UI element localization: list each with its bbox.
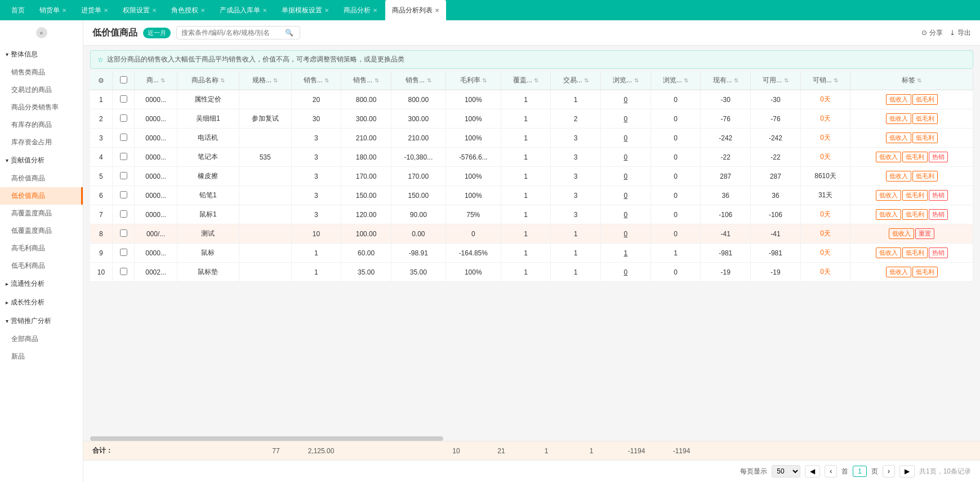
table-row[interactable]: 2 0000... 吴细细1 参加复试 30 300.00 300.00 100… bbox=[90, 109, 973, 129]
next-page-btn[interactable]: › bbox=[883, 465, 895, 477]
sidebar-item-sales-products[interactable]: 销售类商品 bbox=[0, 64, 83, 81]
row-checkbox[interactable] bbox=[120, 249, 127, 256]
col-browse2[interactable]: 浏览... ⇅ bbox=[651, 71, 701, 90]
nav-roles[interactable]: 角色授权 ✕ bbox=[164, 0, 212, 20]
browse-link[interactable]: 0 bbox=[624, 230, 628, 238]
browse-link[interactable]: 0 bbox=[624, 268, 628, 276]
sidebar-item-in-stock[interactable]: 有库存的商品 bbox=[0, 116, 83, 134]
row-browse1[interactable]: 0 bbox=[601, 224, 651, 244]
sidebar-group-marketing[interactable]: ▾ 营销推广分析 bbox=[0, 312, 83, 330]
sidebar-item-low-value[interactable]: 低价值商品 bbox=[0, 187, 83, 205]
horizontal-scrollbar[interactable] bbox=[90, 436, 973, 441]
col-spec[interactable]: 规格... ⇅ bbox=[239, 71, 291, 90]
sidebar-group-growth[interactable]: ▸ 成长性分析 bbox=[0, 293, 83, 312]
row-check[interactable] bbox=[112, 224, 135, 244]
browse-link[interactable]: 0 bbox=[624, 134, 628, 142]
select-all-checkbox[interactable] bbox=[120, 76, 127, 83]
table-row[interactable]: 9 0000... 鼠标 1 60.00 -98.91 -164.85% 1 1… bbox=[90, 244, 973, 263]
row-browse1[interactable]: 0 bbox=[601, 129, 651, 148]
nav-permissions-close[interactable]: ✕ bbox=[152, 7, 157, 14]
per-page-select[interactable]: 50 100 200 bbox=[772, 465, 800, 477]
table-row[interactable]: 10 0002... 鼠标垫 1 35.00 35.00 100% 1 1 0 … bbox=[90, 263, 973, 282]
nav-home[interactable]: 首页 bbox=[5, 0, 32, 20]
row-browse1[interactable]: 0 bbox=[601, 167, 651, 186]
table-row[interactable]: 6 0000... 铅笔1 3 150.00 150.00 100% 1 3 0… bbox=[90, 186, 973, 205]
scrollbar-thumb[interactable] bbox=[90, 436, 443, 441]
row-browse1[interactable]: 0 bbox=[601, 205, 651, 224]
browse-link[interactable]: 0 bbox=[624, 211, 628, 219]
first-page-btn[interactable]: ◀ bbox=[805, 465, 820, 477]
col-amount2[interactable]: 销售... ⇅ bbox=[391, 71, 446, 90]
sidebar-item-low-coverage[interactable]: 低覆盖度商品 bbox=[0, 222, 83, 240]
search-input[interactable] bbox=[181, 29, 283, 37]
row-check[interactable] bbox=[112, 148, 135, 167]
nav-purchase-close[interactable]: ✕ bbox=[104, 7, 108, 14]
row-check[interactable] bbox=[112, 167, 135, 186]
share-button[interactable]: ⊙ 分享 bbox=[921, 28, 943, 38]
nav-templates[interactable]: 单据模板设置 ✕ bbox=[275, 0, 336, 20]
row-check[interactable] bbox=[112, 186, 135, 205]
nav-templates-close[interactable]: ✕ bbox=[324, 7, 329, 14]
col-qty[interactable]: 销售... ⇅ bbox=[291, 71, 341, 90]
nav-permissions[interactable]: 权限设置 ✕ bbox=[116, 0, 163, 20]
row-browse1[interactable]: 0 bbox=[601, 109, 651, 129]
row-check[interactable] bbox=[112, 129, 135, 148]
sidebar-group-contribution[interactable]: ▾ 贡献值分析 bbox=[0, 151, 83, 170]
nav-sales[interactable]: 销货单 ✕ bbox=[33, 0, 73, 20]
sidebar-item-inventory-capital[interactable]: 库存资金占用 bbox=[0, 134, 83, 151]
col-tags[interactable]: 标签 ⇅ bbox=[850, 71, 973, 90]
row-checkbox[interactable] bbox=[120, 95, 127, 103]
nav-purchase[interactable]: 进货单 ✕ bbox=[74, 0, 115, 20]
sidebar-item-high-value[interactable]: 高价值商品 bbox=[0, 170, 83, 187]
nav-production-close[interactable]: ✕ bbox=[262, 7, 267, 14]
nav-product-list-close[interactable]: ✕ bbox=[435, 7, 439, 14]
nav-roles-close[interactable]: ✕ bbox=[201, 7, 205, 14]
row-checkbox[interactable] bbox=[120, 172, 127, 179]
browse-link[interactable]: 0 bbox=[624, 115, 628, 123]
table-row[interactable]: 3 0000... 电话机 3 210.00 210.00 100% 1 3 0… bbox=[90, 129, 973, 148]
search-icon[interactable]: 🔍 bbox=[285, 29, 293, 37]
row-browse1[interactable]: 0 bbox=[601, 186, 651, 205]
sidebar-item-all-products[interactable]: 全部商品 bbox=[0, 330, 83, 348]
col-current[interactable]: 现有... ⇅ bbox=[701, 71, 751, 90]
row-check[interactable] bbox=[112, 205, 135, 224]
row-checkbox[interactable] bbox=[120, 210, 127, 218]
table-row[interactable]: 1 0000... 属性定价 20 800.00 800.00 100% 1 1… bbox=[90, 90, 973, 109]
row-checkbox[interactable] bbox=[120, 229, 127, 237]
nav-production[interactable]: 产成品入库单 ✕ bbox=[213, 0, 274, 20]
period-badge[interactable]: 近一月 bbox=[143, 28, 171, 38]
row-checkbox[interactable] bbox=[120, 114, 127, 122]
sidebar-collapse-btn[interactable]: « bbox=[36, 27, 47, 38]
row-browse1[interactable]: 1 bbox=[601, 244, 651, 263]
col-checkbox[interactable] bbox=[112, 71, 135, 90]
sidebar-group-liquidity[interactable]: ▸ 流通性分析 bbox=[0, 275, 83, 293]
sidebar-item-traded[interactable]: 交易过的商品 bbox=[0, 81, 83, 99]
col-amount1[interactable]: 销售... ⇅ bbox=[341, 71, 391, 90]
browse-link[interactable]: 0 bbox=[624, 192, 628, 200]
nav-product-analysis[interactable]: 商品分析 ✕ bbox=[337, 0, 384, 20]
sidebar-item-category-rate[interactable]: 商品分类销售率 bbox=[0, 99, 83, 116]
export-button[interactable]: ⤓ 导出 bbox=[950, 28, 971, 38]
nav-sales-close[interactable]: ✕ bbox=[62, 7, 66, 14]
col-saleable[interactable]: 可销... ⇅ bbox=[800, 71, 850, 90]
sidebar-group-overall[interactable]: ▾ 整体信息 bbox=[0, 45, 83, 64]
row-checkbox[interactable] bbox=[120, 268, 127, 275]
sidebar-item-high-coverage[interactable]: 高覆盖度商品 bbox=[0, 205, 83, 222]
sidebar-item-high-margin[interactable]: 高毛利商品 bbox=[0, 240, 83, 257]
row-check[interactable] bbox=[112, 263, 135, 282]
row-checkbox[interactable] bbox=[120, 134, 127, 141]
table-row[interactable]: 5 0000... 橡皮擦 3 170.00 170.00 100% 1 3 0… bbox=[90, 167, 973, 186]
row-browse1[interactable]: 0 bbox=[601, 90, 651, 109]
sidebar-item-new-products[interactable]: 新品 bbox=[0, 348, 83, 365]
col-gross[interactable]: 毛利率 ⇅ bbox=[446, 71, 501, 90]
col-name[interactable]: 商品名称 ⇅ bbox=[177, 71, 239, 90]
col-available[interactable]: 可用... ⇅ bbox=[751, 71, 801, 90]
col-cover[interactable]: 覆盖... ⇅ bbox=[501, 71, 551, 90]
row-checkbox[interactable] bbox=[120, 153, 127, 160]
last-page-btn[interactable]: ▶ bbox=[899, 465, 915, 477]
col-code[interactable]: 商... ⇅ bbox=[135, 71, 177, 90]
row-browse1[interactable]: 0 bbox=[601, 148, 651, 167]
sidebar-item-low-margin[interactable]: 低毛利商品 bbox=[0, 257, 83, 275]
prev-page-btn[interactable]: ‹ bbox=[825, 465, 837, 477]
browse-link[interactable]: 0 bbox=[624, 96, 628, 104]
